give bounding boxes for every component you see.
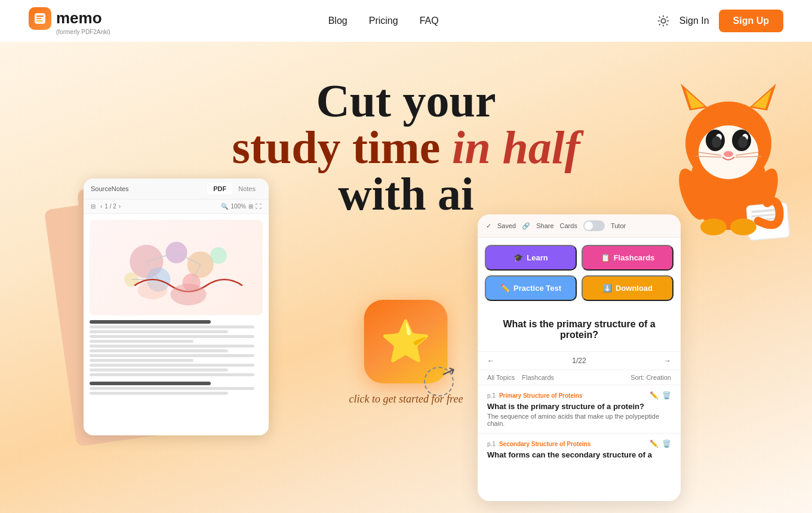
tablet-content	[84, 214, 269, 432]
right-panel-top: ✓ Saved 🔗 Share Cards Tutor	[478, 214, 681, 238]
signup-button[interactable]: Sign Up	[719, 10, 783, 32]
item1-edit-icon[interactable]: ✏️	[650, 391, 659, 400]
hero-line3: with ai	[232, 171, 580, 217]
panel-nav: ← 1/22 →	[478, 352, 681, 370]
practice-test-button[interactable]: ✏️ Practice Test	[485, 275, 577, 301]
share-icon: 🔗	[522, 222, 530, 230]
toggle-switch[interactable]	[583, 220, 605, 231]
toolbar-icon-zoom-out: ⊟	[91, 203, 96, 210]
item1-question: What is the primary structure of a prote…	[487, 402, 671, 411]
hero-line2-italic: in half	[452, 121, 580, 173]
text-line	[90, 359, 193, 362]
practice-icon: ✏️	[500, 284, 510, 293]
text-line	[90, 354, 254, 357]
panel-item-2: p.1 Secondary Structure of Proteins ✏️ 🗑…	[478, 434, 681, 465]
learn-label: Learn	[527, 253, 548, 262]
filter-sort[interactable]: Sort: Creation	[630, 374, 671, 381]
click-to-start-text[interactable]: click to get started for free	[349, 393, 463, 406]
svg-point-38	[712, 136, 721, 148]
logo-area: memo (formerly PDF2Anki)	[29, 7, 110, 35]
logo-icon	[29, 7, 51, 30]
hero-line2: study time in half	[232, 124, 580, 171]
text-line	[90, 320, 211, 324]
text-line	[90, 364, 254, 367]
nav-right: Sign In Sign Up	[657, 10, 783, 32]
text-line	[90, 325, 254, 328]
right-panel-buttons: 🎓 Learn 📋 Flashcards ✏️ Practice Test ⬇️…	[478, 238, 681, 308]
item2-delete-icon[interactable]: 🗑️	[662, 440, 671, 448]
text-line	[90, 345, 254, 348]
logo-text: memo	[56, 9, 102, 27]
text-line	[90, 392, 228, 395]
text-line	[90, 330, 228, 333]
learn-button[interactable]: 🎓 Learn	[485, 245, 577, 271]
text-line	[90, 373, 254, 376]
panel-nav-next[interactable]: →	[664, 357, 671, 365]
signin-button[interactable]: Sign In	[679, 16, 709, 26]
svg-point-52	[730, 219, 756, 235]
filter-all[interactable]: All Topics	[487, 374, 515, 381]
share-label: Share	[536, 222, 553, 229]
nav-blog[interactable]: Blog	[328, 16, 347, 26]
nav-faq[interactable]: FAQ	[420, 16, 439, 26]
panel-main-question: What is the primary structure of a prote…	[478, 308, 681, 352]
nav-pricing[interactable]: Pricing	[369, 16, 398, 26]
item2-edit-icon[interactable]: ✏️	[650, 440, 659, 448]
svg-point-51	[700, 219, 727, 235]
svg-point-39	[738, 136, 748, 148]
right-panel: ✓ Saved 🔗 Share Cards Tutor 🎓 Learn 📋 Fl…	[478, 214, 681, 501]
saved-label: Saved	[497, 222, 516, 229]
molecule-image	[90, 220, 263, 315]
logo-sub: (formerly PDF2Anki)	[56, 29, 110, 35]
tab-pdf[interactable]: PDF	[207, 183, 232, 194]
panel-nav-count: 1/22	[572, 357, 586, 365]
hero-section: Cut your study time in half with ai Sour…	[0, 42, 812, 513]
text-line	[90, 340, 193, 343]
item1-page: p.1	[487, 392, 496, 399]
practice-label: Practice Test	[513, 284, 561, 293]
text-line	[90, 335, 254, 338]
svg-point-25	[170, 284, 206, 305]
text-lines	[90, 320, 263, 395]
svg-rect-1	[36, 16, 44, 17]
flashcards-label: Flashcards	[614, 253, 655, 262]
text-line	[90, 387, 254, 390]
check-icon: ✓	[486, 222, 491, 230]
toolbar-zoom-icon: 🔍	[221, 203, 228, 210]
toolbar-page-next[interactable]: ›	[119, 203, 121, 210]
mascot	[663, 78, 794, 245]
item1-answer: The sequence of amino acids that make up…	[487, 413, 671, 427]
panel-filter: All Topics Flashcards Sort: Creation	[478, 370, 681, 385]
filter-flashcards[interactable]: Flashcards	[522, 374, 554, 381]
flashcards-button[interactable]: 📋 Flashcards	[582, 245, 673, 271]
theme-toggle-button[interactable]	[657, 14, 670, 27]
svg-point-19	[210, 247, 226, 264]
text-line	[90, 382, 211, 385]
cards-label: Cards	[560, 222, 577, 229]
download-button[interactable]: ⬇️ Download	[582, 275, 673, 301]
panel-item-1: p.1 Primary Structure of Proteins ✏️ 🗑️ …	[478, 385, 681, 434]
item1-delete-icon[interactable]: 🗑️	[662, 391, 671, 400]
item2-page: p.1	[487, 441, 496, 447]
item1-tag: Primary Structure of Proteins	[499, 392, 582, 399]
item2-tag: Secondary Structure of Proteins	[499, 441, 590, 447]
toolbar-page-prev[interactable]: ‹	[100, 203, 102, 210]
svg-point-26	[137, 281, 167, 299]
flashcards-icon: 📋	[601, 253, 610, 262]
svg-line-9	[659, 17, 660, 18]
item2-question: What forms can the secondary structure o…	[487, 450, 671, 459]
svg-line-42	[696, 156, 721, 157]
learn-icon: 🎓	[513, 253, 523, 262]
svg-line-10	[666, 24, 668, 25]
panel-nav-prev[interactable]: ←	[487, 357, 494, 365]
svg-line-12	[666, 17, 668, 18]
navbar: memo (formerly PDF2Anki) Blog Pricing FA…	[0, 0, 812, 42]
svg-rect-2	[36, 18, 41, 19]
svg-point-40	[724, 151, 733, 157]
tablet-title: SourceNotes	[91, 185, 129, 192]
svg-rect-3	[36, 20, 42, 21]
text-line	[90, 349, 228, 352]
tutor-label: Tutor	[611, 222, 626, 229]
toolbar-page-num: 1 / 2	[104, 203, 116, 210]
text-line	[90, 368, 228, 371]
